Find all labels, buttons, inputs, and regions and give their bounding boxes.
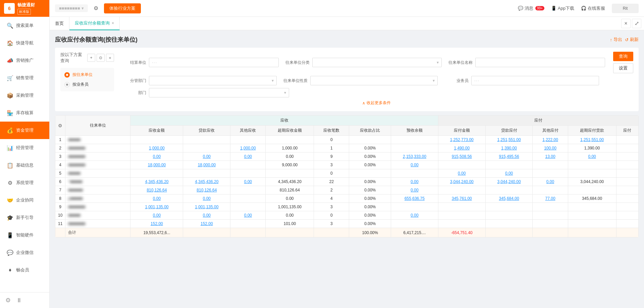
salesman-input[interactable]: ··· [471,76,599,85]
edit-filter-btn[interactable]: ⊙ [97,54,105,62]
sidebar-item-management[interactable]: 📊 经营管理 [0,139,49,157]
system-icon: ⚙ [7,180,13,186]
th-settings[interactable]: ⚙ [55,116,65,136]
filter-mode-header: 按以下方案查询 + ⊙ « [60,52,114,64]
filter-option-by-salesman[interactable]: 按业务员 [64,80,110,89]
sidebar-item-system[interactable]: ⚙ 系统管理 [0,174,49,191]
sidebar-item-finance[interactable]: 💰 资金管理 [0,122,49,139]
logo-icon: 6 [4,3,15,14]
th-ap-loan: 贷款应付 [485,126,533,136]
table-row: 4 ■■■■■■■ 18,000.00 18,000.00 9,000.00 3… [55,161,639,169]
th-ar-count: 应收笔数 [314,126,349,136]
row-ap-extra [616,136,638,144]
collapse-sidebar-icon[interactable]: ⏸ [16,297,22,304]
row-ar-pct [349,136,391,144]
sidebar-item-basic-info[interactable]: 📋 基础信息 [0,157,49,174]
gear-icon[interactable]: ⚙ [91,3,101,14]
footer-ar-amt: 19,553,472,6... [130,228,183,237]
export-btn[interactable]: ↑ 导出 [610,37,623,43]
logo-text: 畅捷通财 标准版 [17,2,35,15]
sidebar: 6 畅捷通财 标准版 🔍 搜索菜单 🏠 快捷导航 📣 营销推广 🛒 销售管理 📦… [0,0,50,308]
category-input[interactable]: ▾ [312,58,442,67]
member-icon: ♦ [7,267,13,273]
unit-name-input[interactable] [475,58,605,67]
filter-field-settlement: 结算单位 ··· [119,58,279,67]
purchase-icon: 📦 [7,92,13,99]
settings-bottom-icon[interactable]: ⚙ [5,297,11,304]
tab-home[interactable]: 首页 [50,17,69,30]
filter-field-department: 部门 ▾ [119,88,289,97]
table-row: 6 ^■■■■■ 4,345,436.20 4,345,436.20 0.00 … [55,178,639,186]
tab-ar-query[interactable]: 应收应付余额查询 × [69,17,120,30]
industry-btn[interactable]: 体验行业方案 [104,3,141,13]
table-group-header: ⚙ 往来单位 应收 应付 [55,116,639,126]
department-input[interactable]: ▾ [149,88,289,97]
sidebar-bottom: ⚙ ⏸ [0,292,49,308]
nature-input[interactable]: ▾ [310,76,438,85]
page-content: 应收应付余额查询(按往来单位) ↑ 导出 ↺ 刷新 按以下方案查询 [50,30,644,308]
filter-fields: 结算单位 ··· 往来单位分类 ▾ [119,52,633,107]
sidebar-item-quicknav[interactable]: 🏠 快捷导航 [0,34,49,52]
row-ap-amt[interactable]: 1,252,773.00 [438,136,485,144]
filter-panel: 按以下方案查询 + ⊙ « 按往来单位 [55,48,639,111]
table-sub-header: 应收金额 贷款应收 其他应收 超期应收金额 应收笔数 应收款占比 预收余额 应付… [55,126,639,136]
messages-action[interactable]: 💬 消息 99+ [518,5,544,11]
filter-field-salesman: 业务员 ··· [442,76,599,85]
sidebar-item-search[interactable]: 🔍 搜索菜单 [0,17,49,34]
table-row: 3 ■■■■■■■ 0.00 0.00 0.00 0.00 9 0.00% 2,… [55,152,639,161]
data-table-container: ⚙ 往来单位 应收 应付 应收金额 贷款应收 其他应收 超期应收金额 应收笔数 … [55,115,639,237]
active-option-icon [64,72,70,78]
sidebar-item-hardware[interactable]: 📱 智能硬件 [0,226,49,244]
page-actions: ↑ 导出 ↺ 刷新 [610,37,639,43]
table-row: 2 ■■■■■■■ 1,000.00 1,000.00 1,000.00 1 0… [55,144,639,152]
table-row: 8 p■■■■■ 0.00 0.00 0.00 4 0.00% 655,636.… [55,194,639,203]
th-ar-pct: 应收款占比 [349,126,391,136]
th-prepay: 预收余额 [391,126,438,136]
sidebar-item-member[interactable]: ♦ 畅会员 [0,261,49,279]
data-table: ⚙ 往来单位 应收 应付 应收金额 贷款应收 其他应收 超期应收金额 应收笔数 … [55,115,639,237]
query-buttons: 查询 设置 [613,52,633,73]
tab-fullscreen-btn[interactable]: ⤢ [632,19,641,28]
online-service-action[interactable]: 🎧 在线客服 [581,5,605,11]
sidebar-item-inventory[interactable]: 🏪 库存核算 [0,104,49,122]
row-ar-other [230,136,266,144]
filter-option-by-unit[interactable]: 按往来单位 [64,71,110,79]
sidebar-item-sales[interactable]: 🛒 销售管理 [0,69,49,87]
user-avatar[interactable]: Rit [612,4,639,13]
tab-close-icon[interactable]: × [112,21,114,26]
row-num: 1 [55,136,65,144]
filter-mode-icons: + ⊙ « [87,54,114,62]
refresh-btn[interactable]: ↺ 刷新 [625,37,639,43]
table-settings-icon[interactable]: ⚙ [58,123,62,128]
row-ar-amt [130,136,183,144]
row-ap-other[interactable]: 1,222.00 [533,136,568,144]
sidebar-item-cooperation[interactable]: 🤝 企业协同 [0,191,49,209]
tab-minimize-btn[interactable]: × [621,19,631,28]
th-ap-amt: 应付金额 [438,126,485,136]
th-group-ar: 应收 [130,116,438,126]
hardware-icon: 📱 [7,232,13,238]
cooperation-icon: 🤝 [7,197,13,204]
app-download-action[interactable]: 📱 App下载 [551,5,574,11]
collapse-btn[interactable]: ∧ 收起更多条件 [119,99,633,107]
add-filter-btn[interactable]: + [87,54,95,62]
top-bar-right: 💬 消息 99+ 📱 App下载 🎧 在线客服 Rit [518,4,639,13]
row-ap-loan[interactable]: 1,251,551.00 [485,136,533,144]
sales-icon: 🛒 [7,75,13,81]
filter-row-2: 分管部门 ▾ 往来单位性质 ▾ [119,76,633,85]
th-group-ap: 应付 [438,116,638,126]
sidebar-item-marketing[interactable]: 📣 营销推广 [0,52,49,69]
settings-btn[interactable]: 设置 [613,63,633,73]
query-btn[interactable]: 查询 [613,52,633,61]
footer-label: 合计 [65,228,130,237]
table-row: 1 ■■■■■ 0 1,252,773.00 1,251,551.00 1,22… [55,136,639,144]
sidebar-item-wechat[interactable]: 💬 企业微信 [0,244,49,261]
collapse-filter-btn[interactable]: « [106,54,114,62]
top-bar: ■■■■■■■■ ▾ ⚙ 体验行业方案 💬 消息 99+ 📱 App下载 🎧 在… [50,0,644,17]
row-ap-overdue[interactable]: 1,251,551.00 [568,136,616,144]
row-prepay [391,136,438,144]
sidebar-item-guide[interactable]: 🎓 新手引导 [0,209,49,226]
settlement-input[interactable]: ··· [149,58,279,67]
dept-input[interactable]: ▾ [149,76,277,85]
sidebar-item-purchase[interactable]: 📦 采购管理 [0,87,49,104]
